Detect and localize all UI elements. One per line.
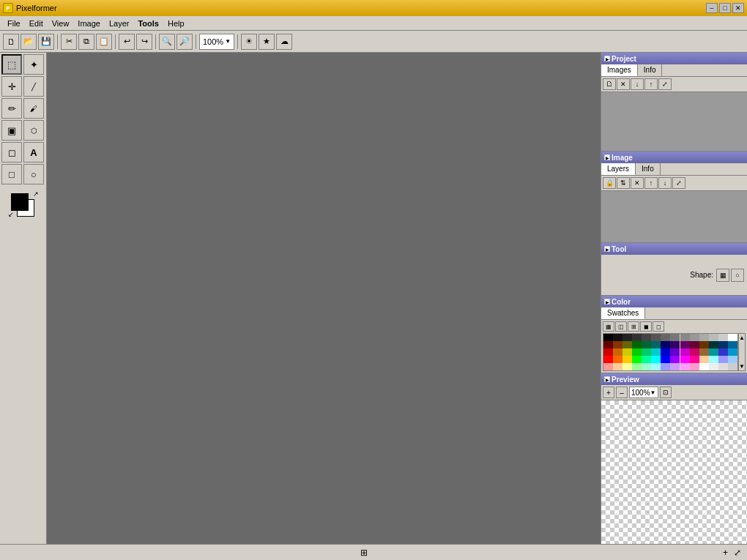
swatch-cell[interactable] bbox=[613, 363, 622, 370]
copy-button[interactable]: ⧉ bbox=[78, 34, 94, 50]
swatch-scroll-up[interactable]: ▲ bbox=[739, 335, 745, 341]
swatch-cell[interactable] bbox=[613, 341, 622, 348]
swatch-cell[interactable] bbox=[603, 348, 613, 356]
swatch-bg-btn[interactable]: ◻ bbox=[653, 321, 664, 332]
swatch-cell[interactable] bbox=[651, 341, 661, 348]
swatch-cell[interactable] bbox=[709, 363, 718, 370]
swatch-cell[interactable] bbox=[632, 341, 642, 348]
marquee-tool[interactable]: ⬚ bbox=[1, 54, 22, 75]
preview-zoom-out-btn[interactable]: – bbox=[616, 387, 628, 398]
swatch-cell[interactable] bbox=[718, 356, 728, 363]
status-add-icon[interactable]: + bbox=[723, 548, 728, 558]
canvas[interactable] bbox=[53, 59, 595, 538]
menu-view[interactable]: View bbox=[48, 18, 74, 29]
swatch-cell[interactable] bbox=[709, 356, 718, 363]
swatch-cell[interactable] bbox=[622, 348, 632, 356]
swatch-cell[interactable] bbox=[670, 363, 680, 370]
swatch-cell[interactable] bbox=[690, 334, 699, 341]
image-delete-btn[interactable]: ✕ bbox=[631, 177, 644, 189]
project-delete-btn[interactable]: ✕ bbox=[617, 78, 630, 90]
swatch-cell[interactable] bbox=[603, 356, 613, 363]
swatch-cell[interactable] bbox=[670, 334, 680, 341]
project-expand-btn[interactable]: ⤢ bbox=[658, 78, 672, 90]
brush-tool[interactable]: 🖌 bbox=[23, 98, 44, 119]
preview-fit-btn[interactable]: ⊡ bbox=[660, 387, 672, 398]
cut-button[interactable]: ✂ bbox=[61, 34, 77, 50]
color-tab-swatches[interactable]: Swatches bbox=[601, 307, 645, 319]
swatch-cell[interactable] bbox=[709, 341, 718, 348]
status-expand-icon[interactable]: ⤢ bbox=[734, 548, 741, 558]
swatch-cell[interactable] bbox=[680, 341, 690, 348]
swatch-cell[interactable] bbox=[709, 348, 718, 356]
new-button[interactable]: 🗋 bbox=[3, 34, 19, 50]
project-tab-info[interactable]: Info bbox=[638, 64, 663, 76]
swatch-cell[interactable] bbox=[670, 341, 680, 348]
project-up-btn[interactable]: ↑ bbox=[644, 78, 658, 90]
magic-wand-tool[interactable]: ✦ bbox=[23, 54, 44, 75]
swatch-cell[interactable] bbox=[699, 334, 709, 341]
swatch-cell[interactable] bbox=[718, 341, 728, 348]
effect2-button[interactable]: ★ bbox=[259, 34, 275, 50]
project-down-btn[interactable]: ↓ bbox=[631, 78, 644, 90]
undo-button[interactable]: ↩ bbox=[119, 34, 135, 50]
swatch-cell[interactable] bbox=[690, 348, 699, 356]
ellipse-tool[interactable]: ○ bbox=[23, 164, 44, 184]
pencil-tool[interactable]: ✏ bbox=[1, 98, 22, 119]
image-tab-info[interactable]: Info bbox=[636, 163, 661, 175]
effect3-button[interactable]: ☁ bbox=[276, 34, 292, 50]
swatch-cell[interactable] bbox=[622, 341, 632, 348]
image-lock-btn[interactable]: 🔒 bbox=[603, 177, 616, 189]
image-up-btn[interactable]: ↑ bbox=[644, 177, 658, 189]
swatch-cell[interactable] bbox=[699, 341, 709, 348]
maximize-button[interactable]: □ bbox=[719, 3, 731, 13]
zoom-in-button[interactable]: 🔎 bbox=[176, 34, 193, 50]
swatch-cell[interactable] bbox=[718, 363, 728, 370]
swatch-cell[interactable] bbox=[670, 356, 680, 363]
project-new-btn[interactable]: 🗋 bbox=[603, 78, 616, 90]
swatch-cell[interactable] bbox=[728, 348, 737, 356]
swatch-cell[interactable] bbox=[613, 334, 622, 341]
menu-layer[interactable]: Layer bbox=[105, 18, 134, 29]
gradient-tool[interactable]: ▣ bbox=[1, 120, 22, 141]
image-merge-btn[interactable]: ⇅ bbox=[617, 177, 630, 189]
open-button[interactable]: 📂 bbox=[21, 34, 37, 50]
eraser-tool[interactable]: ◻ bbox=[1, 142, 22, 163]
swatch-cell[interactable] bbox=[661, 334, 670, 341]
swatch-cell[interactable] bbox=[651, 363, 661, 370]
swatch-cell[interactable] bbox=[603, 363, 613, 370]
swatch-cell[interactable] bbox=[728, 341, 737, 348]
menu-tools[interactable]: Tools bbox=[133, 18, 163, 29]
foreground-color[interactable] bbox=[11, 193, 29, 211]
swatch-cell[interactable] bbox=[632, 334, 642, 341]
zoom-dropdown[interactable]: 100% ▼ bbox=[199, 34, 234, 50]
swatch-cell[interactable] bbox=[642, 334, 651, 341]
close-button[interactable]: ✕ bbox=[732, 3, 744, 13]
swatch-cell[interactable] bbox=[632, 356, 642, 363]
swatch-cell[interactable] bbox=[622, 356, 632, 363]
menu-edit[interactable]: Edit bbox=[25, 18, 48, 29]
move-tool[interactable]: ✛ bbox=[1, 76, 22, 97]
swatch-cell[interactable] bbox=[680, 334, 690, 341]
swatch-cell[interactable] bbox=[622, 334, 632, 341]
swatch-cell[interactable] bbox=[661, 348, 670, 356]
swatch-copy-btn[interactable]: ◫ bbox=[615, 321, 627, 332]
swatch-cell[interactable] bbox=[680, 356, 690, 363]
text-tool[interactable]: A bbox=[23, 142, 44, 163]
swatch-add-btn[interactable]: ⊞ bbox=[628, 321, 639, 332]
swatch-cell[interactable] bbox=[632, 363, 642, 370]
save-button[interactable]: 💾 bbox=[38, 34, 54, 50]
swatch-cell[interactable] bbox=[670, 348, 680, 356]
image-tab-layers[interactable]: Layers bbox=[601, 163, 636, 175]
swatch-cell[interactable] bbox=[651, 356, 661, 363]
swatch-cell[interactable] bbox=[651, 348, 661, 356]
preview-zoom-in-btn[interactable]: + bbox=[603, 387, 614, 398]
image-down-btn[interactable]: ↓ bbox=[658, 177, 672, 189]
image-expand-btn[interactable]: ⤢ bbox=[672, 177, 685, 189]
shape-rect-btn[interactable]: ▦ bbox=[716, 269, 729, 282]
swatch-cell[interactable] bbox=[699, 363, 709, 370]
bucket-tool[interactable]: ⬡ bbox=[23, 120, 44, 141]
swatch-cell[interactable] bbox=[680, 348, 690, 356]
swatch-cell[interactable] bbox=[709, 334, 718, 341]
eyedropper-tool[interactable]: ╱ bbox=[23, 76, 44, 97]
swatch-cell[interactable] bbox=[728, 363, 737, 370]
